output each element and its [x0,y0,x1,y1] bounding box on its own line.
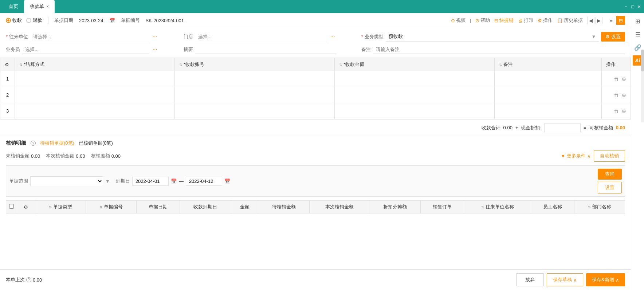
maximize-btn[interactable]: □ [631,4,634,9]
nav-prev[interactable]: ◀ [587,17,594,24]
store-input[interactable] [195,32,327,41]
date-from-input[interactable] [132,177,169,186]
row-2-delete-btn[interactable]: 🗑 [614,92,619,98]
row-3-copy-btn[interactable]: ⊕ [622,108,626,114]
row-2-actions: 🗑 ⊕ [602,87,631,103]
footer-info-icon[interactable]: ? [26,277,31,282]
calendar-icon[interactable]: 📅 [109,18,115,23]
counterpart-more-btn[interactable]: ··· [151,34,159,40]
row-1-amount[interactable] [335,71,495,87]
done-tab[interactable]: 已核销单据(0笔) [79,140,113,146]
pending-tab[interactable]: 待核销单据(0笔) [40,140,74,146]
counterpart-input[interactable] [30,32,149,41]
row-1-copy-btn[interactable]: ⊕ [622,76,626,82]
save-draft-btn[interactable]: 保存草稿 ∧ [547,273,583,286]
sidebar-list-icon[interactable]: ☰ [633,29,643,39]
minimize-btn[interactable]: － [624,3,628,10]
select-all-checkbox[interactable] [9,204,14,209]
diff-label: 核销差额 [91,153,110,159]
scrollbar-thumb[interactable] [641,50,644,71]
clearance-title: 核销明细 [6,140,26,146]
tab-current[interactable]: 收款单 × [24,0,55,13]
more-conditions-btn[interactable]: ▼ 更多条件 ∧ [561,153,591,159]
calendar-from-icon[interactable]: 📅 [171,179,177,184]
business-type-label: * 业务类型 [361,34,384,40]
help-btn[interactable]: ⊙ 帮助 [475,17,490,24]
query-btn[interactable]: 查询 [598,169,622,180]
current-label: 本次核销金额 [46,153,74,159]
staff-more-btn[interactable]: ··· [151,46,159,53]
bottom-table-container: ⚙ ⇅ 单据类型 ⇅ 单据编号 单据日期 收款到期 [6,200,625,266]
row-1-settlement[interactable] [15,71,175,87]
tab-home[interactable]: 首页 [3,0,24,13]
staff-input[interactable] [22,45,149,54]
row-1-remark[interactable] [495,71,602,87]
row-3-account[interactable] [175,103,335,119]
filter-settings-btn[interactable]: 设置 [598,182,622,193]
th-settings[interactable]: ⚙ [0,58,15,71]
scope-dropdown-icon[interactable]: ▼ [105,179,110,184]
video-icon: ⊙ [451,18,455,23]
history-icon: 📋 [557,18,563,23]
auto-cancel-btn[interactable]: 自动核销 [594,150,625,162]
toolbar: 收款 退款 单据日期 2023-03-24 📅 单据编号 SK-20230324… [0,13,631,28]
shortcut-btn[interactable]: ⊟ 快捷键 [494,17,514,24]
number-label: 单据编号 [121,17,140,24]
row-1-delete-btn[interactable]: 🗑 [614,76,619,82]
row-2-settlement[interactable] [15,87,175,103]
scope-label: 单据范围 [9,178,28,184]
row-2-account[interactable] [175,87,335,103]
operation-btn[interactable]: ⚙ 操作 [538,17,553,24]
date-to-input[interactable] [186,177,222,186]
save-new-arrow: ∧ [616,277,619,283]
row-3-actions: 🗑 ⊕ [602,103,631,119]
summary-input[interactable] [195,45,337,54]
row-2-index: 2 [0,87,15,103]
table-row: 2 🗑 ⊕ [0,87,631,103]
close-btn[interactable]: ✕ [637,4,641,9]
diff-value: 0.00 [111,153,121,159]
discount-input[interactable] [544,123,581,132]
print-btn[interactable]: 🖨 打印 [518,17,533,24]
receipt-table: ⚙ ⇅ *结算方式 ⇅ *收款账号 ⇅ *收款金额 ⇅ [0,58,631,119]
sidebar-table-icon[interactable]: ⊞ [633,16,643,26]
radio-refund[interactable]: 退款 [26,17,42,24]
store-more-btn[interactable]: ··· [329,34,337,40]
tab-bar-right: － □ ✕ [624,3,641,10]
th-current-cancel: 本次核销金额 [310,201,369,213]
row-3-amount[interactable] [335,103,495,119]
business-type-dropdown[interactable]: ▼ [592,34,596,39]
abandon-btn[interactable]: 放弃 [516,273,544,286]
scope-select[interactable] [30,176,103,186]
row-3-settlement[interactable] [15,103,175,119]
save-new-btn[interactable]: 保存&新增 ∧ [586,273,625,286]
row-2-amount[interactable] [335,87,495,103]
section-header: 核销明细 ? 待核销单据(0笔) 已核销单据(0笔) [6,140,625,146]
video-label: 视频 [456,17,466,24]
current-value: 0.00 [76,153,85,159]
view-list-icon[interactable]: ≡ [607,16,616,25]
th-settings-2[interactable]: ⚙ [17,201,35,213]
shortcut-label: 快捷键 [499,17,514,24]
video-btn[interactable]: ⊙ 视频 [451,17,466,24]
history-btn[interactable]: 📋 历史单据 [557,17,583,24]
current-value: 0.00 [33,277,42,283]
row-1-index: 1 [0,71,15,87]
row-3-remark[interactable] [495,103,602,119]
calendar-to-icon[interactable]: 📅 [224,179,230,184]
row-1-account[interactable] [175,71,335,87]
clearance-info-icon[interactable]: ? [31,141,36,146]
nav-next[interactable]: ▶ [595,17,602,24]
view-grid-icon[interactable]: ⊟ [616,16,625,25]
settings-btn[interactable]: ⚙ 设置 [601,32,625,42]
nav-arrows: ◀ ▶ [587,17,602,24]
th-operation: 操作 [602,58,631,71]
footer-right: 放弃 保存草稿 ∧ 保存&新增 ∧ [516,273,625,286]
row-2-remark[interactable] [495,87,602,103]
row-2-copy-btn[interactable]: ⊕ [622,92,626,98]
th-doc-date: 单据日期 [136,201,180,213]
tab-close-icon[interactable]: × [46,4,49,9]
remark-input[interactable] [373,45,625,54]
row-3-delete-btn[interactable]: 🗑 [614,108,619,114]
radio-receipt[interactable]: 收款 [6,17,22,24]
